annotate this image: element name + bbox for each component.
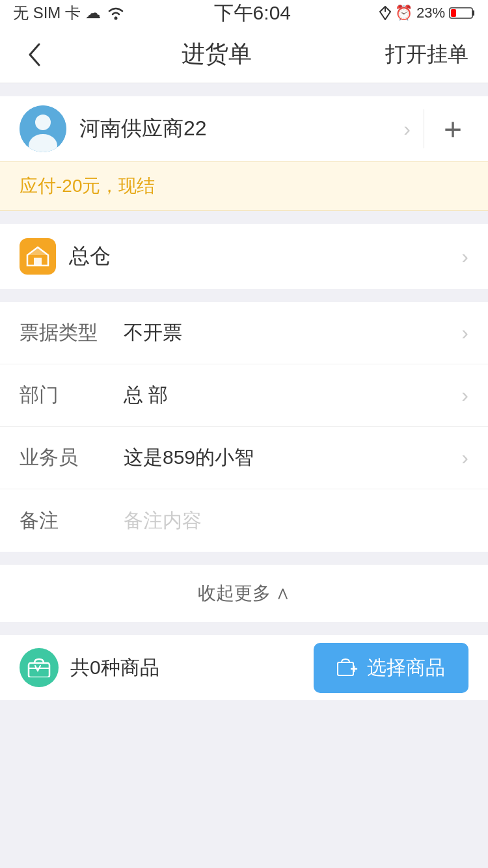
back-button[interactable] xyxy=(20,35,48,74)
supplier-chevron-icon: › xyxy=(403,117,411,141)
svg-point-6 xyxy=(35,115,51,130)
warehouse-section: 总仓 › xyxy=(0,224,488,289)
invoice-type-label: 票据类型 xyxy=(20,319,111,346)
collapse-label: 收起更多 ∧ xyxy=(198,581,291,606)
salesperson-row[interactable]: 业务员 这是859的小智 › xyxy=(0,427,488,489)
invoice-type-value: 不开票 xyxy=(111,319,461,346)
select-goods-button[interactable]: 选择商品 xyxy=(314,643,468,693)
department-value: 总 部 xyxy=(111,382,461,409)
invoice-type-row[interactable]: 票据类型 不开票 › xyxy=(0,302,488,364)
product-count-label: 共0种商品 xyxy=(70,655,159,681)
remark-input[interactable]: 备注内容 xyxy=(111,508,468,534)
bottom-bar: 共0种商品 选择商品 xyxy=(0,635,488,700)
salesperson-value: 这是859的小智 xyxy=(111,444,461,471)
warehouse-name: 总仓 xyxy=(69,242,461,271)
supplier-avatar xyxy=(20,105,66,152)
remark-label: 备注 xyxy=(20,508,111,534)
open-pending-button[interactable]: 打开挂单 xyxy=(385,40,468,69)
supplier-name: 河南供应商22 xyxy=(79,115,403,143)
invoice-type-chevron-icon: › xyxy=(461,321,468,345)
salesperson-chevron-icon: › xyxy=(461,446,468,470)
supplier-divider xyxy=(424,109,424,148)
svg-rect-9 xyxy=(34,258,42,265)
remark-row[interactable]: 备注 备注内容 xyxy=(0,489,488,552)
section-gap-1 xyxy=(0,83,488,96)
svg-rect-11 xyxy=(29,663,49,677)
form-section: 票据类型 不开票 › 部门 总 部 › 业务员 这是859的小智 › 备注 备注… xyxy=(0,302,488,552)
svg-point-0 xyxy=(114,17,117,20)
status-bar: 无 SIM 卡 ☁ 下午6:04 ⏰ 23% xyxy=(0,0,488,26)
department-row[interactable]: 部门 总 部 › xyxy=(0,364,488,427)
status-right: ⏰ 23% xyxy=(379,5,475,21)
page-title: 进货单 xyxy=(182,38,252,70)
nav-bar: 进货单 打开挂单 xyxy=(0,26,488,83)
battery-label: 23% xyxy=(416,5,445,21)
product-icon xyxy=(20,648,59,687)
warehouse-chevron-icon: › xyxy=(461,245,468,269)
department-label: 部门 xyxy=(20,382,111,409)
notice-bar: 应付-20元，现结 xyxy=(0,161,488,211)
warehouse-icon xyxy=(20,238,56,275)
alarm-icon: ⏰ xyxy=(395,5,413,21)
status-left: 无 SIM 卡 ☁ xyxy=(13,3,126,23)
collapse-button[interactable]: 收起更多 ∧ xyxy=(0,565,488,622)
battery-icon xyxy=(449,7,475,20)
supplier-row[interactable]: 河南供应商22 › xyxy=(20,96,411,161)
salesperson-label: 业务员 xyxy=(20,444,111,471)
sim-label: 无 SIM 卡 ☁ xyxy=(13,3,101,23)
product-count-wrap: 共0种商品 xyxy=(20,648,159,687)
svg-rect-3 xyxy=(472,10,474,16)
location-icon xyxy=(379,6,391,20)
page-background xyxy=(0,700,488,868)
select-goods-label: 选择商品 xyxy=(367,655,445,681)
supplier-section: 河南供应商22 › + xyxy=(0,96,488,161)
add-supplier-button[interactable]: + xyxy=(437,111,468,147)
svg-rect-4 xyxy=(451,9,456,17)
department-chevron-icon: › xyxy=(461,383,468,407)
svg-marker-10 xyxy=(27,247,48,255)
warehouse-row[interactable]: 总仓 › xyxy=(20,224,468,289)
wifi-icon xyxy=(106,6,126,20)
status-time: 下午6:04 xyxy=(214,0,291,27)
